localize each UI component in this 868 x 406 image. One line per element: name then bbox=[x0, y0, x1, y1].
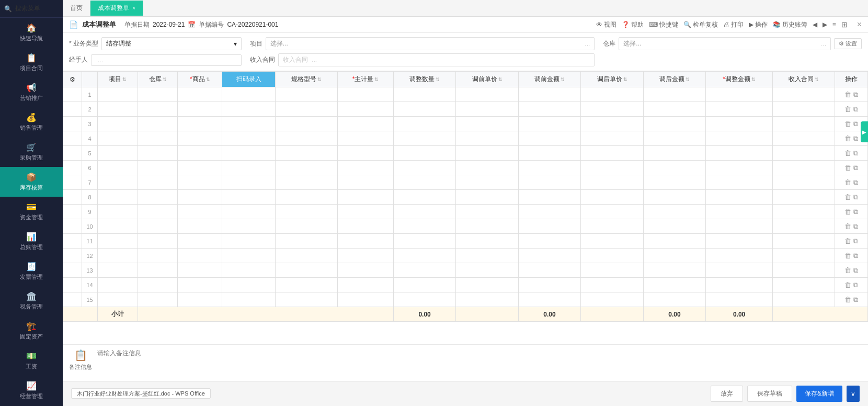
row-adjust-qty[interactable] bbox=[393, 219, 455, 234]
row-post-unit-price[interactable] bbox=[581, 87, 643, 102]
row-post-unit-price[interactable] bbox=[581, 117, 643, 131]
row-project[interactable] bbox=[98, 234, 138, 249]
row-delete-btn[interactable]: 🗑 bbox=[844, 208, 851, 216]
row-copy-btn[interactable]: ⧉ bbox=[853, 164, 858, 172]
operation-btn[interactable]: ▶ 操作 bbox=[749, 20, 768, 29]
row-adjust-qty[interactable] bbox=[393, 117, 455, 131]
row-main-unit[interactable] bbox=[338, 190, 393, 205]
row-scan-input[interactable] bbox=[222, 292, 276, 307]
history-btn[interactable]: 📚 历史账簿 bbox=[773, 20, 807, 29]
nav-next-btn[interactable]: ▶ bbox=[823, 21, 827, 28]
row-product[interactable] bbox=[178, 205, 222, 219]
sidebar-item-purchase-management[interactable]: 🛒 采购管理 bbox=[0, 137, 63, 167]
row-copy-btn[interactable]: ⧉ bbox=[853, 193, 858, 201]
row-post-unit-price[interactable] bbox=[581, 161, 643, 175]
row-post-amount[interactable] bbox=[643, 102, 705, 117]
row-project[interactable] bbox=[98, 117, 138, 131]
row-warehouse[interactable] bbox=[138, 131, 178, 146]
row-delete-btn[interactable]: 🗑 bbox=[844, 91, 851, 99]
row-product[interactable] bbox=[178, 263, 222, 278]
row-project[interactable] bbox=[98, 146, 138, 161]
row-pre-amount[interactable] bbox=[518, 205, 580, 219]
row-delete-btn[interactable]: 🗑 bbox=[844, 134, 851, 143]
row-post-unit-price[interactable] bbox=[581, 131, 643, 146]
row-spec-model[interactable] bbox=[275, 87, 337, 102]
row-copy-btn[interactable]: ⧉ bbox=[853, 296, 858, 304]
sidebar-item-ledger-management[interactable]: 📊 总账管理 bbox=[0, 227, 63, 256]
row-project[interactable] bbox=[98, 131, 138, 146]
row-pre-unit-price[interactable] bbox=[456, 87, 518, 102]
row-warehouse[interactable] bbox=[138, 146, 178, 161]
row-spec-model[interactable] bbox=[275, 263, 337, 278]
row-pre-unit-price[interactable] bbox=[456, 219, 518, 234]
row-project[interactable] bbox=[98, 263, 138, 278]
row-income-contract[interactable] bbox=[773, 205, 835, 219]
row-pre-unit-price[interactable] bbox=[456, 263, 518, 278]
row-main-unit[interactable] bbox=[338, 249, 393, 263]
row-adjust-qty[interactable] bbox=[393, 190, 455, 205]
row-project[interactable] bbox=[98, 175, 138, 190]
row-spec-model[interactable] bbox=[275, 117, 337, 131]
row-project[interactable] bbox=[98, 102, 138, 117]
row-income-contract[interactable] bbox=[773, 175, 835, 190]
row-pre-unit-price[interactable] bbox=[456, 234, 518, 249]
row-adjust-qty[interactable] bbox=[393, 102, 455, 117]
save-new-arrow-button[interactable]: ∨ bbox=[847, 386, 860, 402]
sidebar-item-project-contract[interactable]: 📋 项目合同 bbox=[0, 48, 63, 77]
row-main-unit[interactable] bbox=[338, 146, 393, 161]
row-copy-btn[interactable]: ⧉ bbox=[853, 281, 858, 289]
row-post-unit-price[interactable] bbox=[581, 175, 643, 190]
row-project[interactable] bbox=[98, 190, 138, 205]
row-project[interactable] bbox=[98, 219, 138, 234]
row-post-amount[interactable] bbox=[643, 219, 705, 234]
row-income-contract[interactable] bbox=[773, 146, 835, 161]
row-main-unit[interactable] bbox=[338, 292, 393, 307]
row-income-contract[interactable] bbox=[773, 219, 835, 234]
row-copy-btn[interactable]: ⧉ bbox=[853, 149, 858, 157]
tab-home[interactable]: 首页 bbox=[63, 1, 90, 16]
row-adjust-qty[interactable] bbox=[393, 175, 455, 190]
row-pre-unit-price[interactable] bbox=[456, 292, 518, 307]
row-main-unit[interactable] bbox=[338, 102, 393, 117]
sidebar-item-inventory-accounting[interactable]: 📦 库存核算 bbox=[0, 167, 63, 197]
sidebar-item-fund-management[interactable]: 💳 资金管理 bbox=[0, 197, 63, 227]
row-adjust-amount[interactable] bbox=[706, 87, 773, 102]
row-project[interactable] bbox=[98, 292, 138, 307]
row-product[interactable] bbox=[178, 190, 222, 205]
row-warehouse[interactable] bbox=[138, 219, 178, 234]
row-pre-amount[interactable] bbox=[518, 249, 580, 263]
row-adjust-amount[interactable] bbox=[706, 205, 773, 219]
row-post-amount[interactable] bbox=[643, 131, 705, 146]
row-scan-input[interactable] bbox=[222, 234, 276, 249]
row-product[interactable] bbox=[178, 175, 222, 190]
row-post-amount[interactable] bbox=[643, 190, 705, 205]
row-pre-amount[interactable] bbox=[518, 87, 580, 102]
sidebar-item-quick-nav[interactable]: 🏠 快速导航 bbox=[0, 18, 63, 48]
row-pre-amount[interactable] bbox=[518, 131, 580, 146]
row-adjust-amount[interactable] bbox=[706, 102, 773, 117]
row-delete-btn[interactable]: 🗑 bbox=[844, 105, 851, 114]
sidebar-item-payroll[interactable]: 💵 工资 bbox=[0, 346, 63, 376]
settings-button[interactable]: ⚙ 设置 bbox=[834, 38, 862, 49]
row-post-unit-price[interactable] bbox=[581, 249, 643, 263]
row-scan-input[interactable] bbox=[222, 249, 276, 263]
row-warehouse[interactable] bbox=[138, 87, 178, 102]
help-btn[interactable]: ❓ 帮助 bbox=[622, 20, 644, 29]
row-scan-input[interactable] bbox=[222, 263, 276, 278]
row-delete-btn[interactable]: 🗑 bbox=[844, 296, 851, 304]
row-product[interactable] bbox=[178, 87, 222, 102]
row-adjust-amount[interactable] bbox=[706, 175, 773, 190]
income-contract-input[interactable]: 收入合同 ... bbox=[278, 53, 595, 66]
row-main-unit[interactable] bbox=[338, 219, 393, 234]
row-warehouse[interactable] bbox=[138, 175, 178, 190]
row-pre-amount[interactable] bbox=[518, 292, 580, 307]
row-adjust-amount[interactable] bbox=[706, 263, 773, 278]
notes-input[interactable] bbox=[97, 349, 862, 375]
row-income-contract[interactable] bbox=[773, 234, 835, 249]
row-scan-input[interactable] bbox=[222, 161, 276, 175]
row-scan-input[interactable] bbox=[222, 102, 276, 117]
row-pre-unit-price[interactable] bbox=[456, 278, 518, 292]
row-warehouse[interactable] bbox=[138, 234, 178, 249]
row-adjust-amount[interactable] bbox=[706, 234, 773, 249]
green-side-tab[interactable]: ▶ bbox=[861, 121, 868, 142]
